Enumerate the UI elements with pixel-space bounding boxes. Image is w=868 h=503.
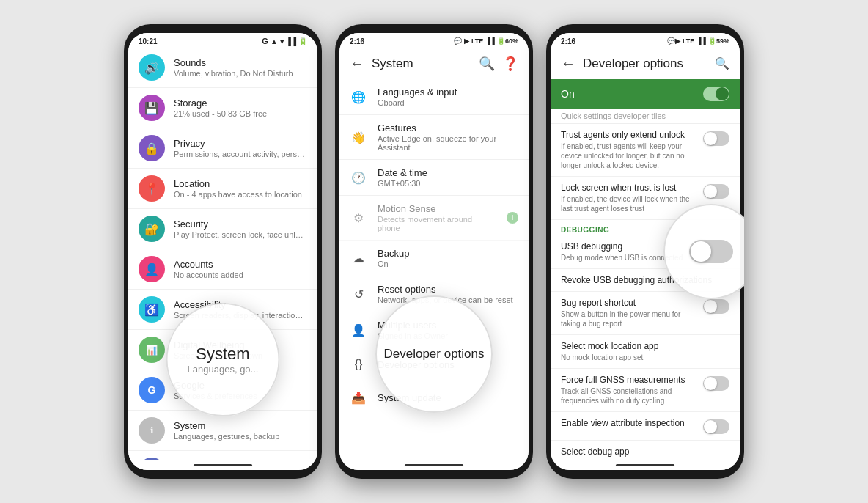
battery-icon: 🔋 — [298, 37, 307, 45]
list-item[interactable]: 🕐 Date & time GMT+05:30 — [339, 160, 529, 196]
usb-debugging-subtitle: Debug mode when USB is connected — [561, 253, 699, 262]
list-item[interactable]: Lock screen when trust is lost If enable… — [551, 177, 740, 220]
list-item[interactable]: 💾 Storage 21% used - 50.83 GB free — [128, 88, 317, 128]
home-bar-3 — [551, 460, 740, 470]
google-icon: G — [262, 37, 268, 45]
home-bar-line-3 — [616, 464, 674, 466]
home-bar-line — [194, 464, 252, 466]
time-3: 2:16 — [561, 37, 575, 45]
info-badge: i — [507, 212, 518, 224]
trust-agents-toggle[interactable] — [703, 131, 729, 146]
developer-options-item[interactable]: {} Developer options — [339, 348, 529, 381]
google-settings-icon: G — [139, 377, 165, 403]
list-item[interactable]: Force full GNSS measurements Track all G… — [551, 369, 740, 412]
list-item[interactable]: Revoke USB debugging authorizations — [551, 269, 740, 292]
developer-icon: {} — [350, 356, 367, 373]
list-item[interactable]: 🔐 Security Play Protect, screen lock, fa… — [128, 209, 317, 249]
lte-icon: LTE — [471, 37, 483, 45]
whatsapp-icon: 💬 — [454, 37, 462, 45]
icons-3: 💬▶ — [667, 37, 680, 45]
dev-on-label: On — [561, 88, 575, 100]
dev-on-toggle[interactable] — [703, 87, 729, 101]
home-bar-line-2 — [405, 464, 463, 466]
list-item[interactable]: 👤 Multiple users Signed in as Owner — [339, 312, 529, 348]
home-bar-2 — [339, 460, 529, 470]
list-item[interactable]: Select mock location app No mock locatio… — [551, 335, 740, 369]
dev-options-header: ← Developer options 🔍 — [551, 48, 740, 79]
dev-options-title: Developer options — [583, 56, 707, 71]
wifi-icon: ▾ — [280, 37, 284, 45]
battery-2: 🔋60% — [497, 37, 518, 45]
system-screen: 🌐 Languages & input Gboard 👋 Gestures Ac… — [339, 79, 529, 460]
accounts-title: Accounts — [174, 259, 307, 270]
time-1: 10:21 — [139, 37, 158, 45]
list-item[interactable]: 👋 Gestures Active Edge on, squeeze for y… — [339, 115, 529, 160]
list-item[interactable]: ↺ Reset options Network, apps, or device… — [339, 276, 529, 312]
help-button-2[interactable]: ❓ — [502, 56, 518, 72]
list-item[interactable]: ☁ Backup On — [339, 241, 529, 276]
list-item[interactable]: 🌐 Languages & input Gboard — [339, 79, 529, 115]
list-item[interactable]: 📊 Digital Wellbeing Screen time, Wind Do… — [128, 330, 317, 370]
list-item[interactable]: Enable view attribute inspection — [551, 412, 740, 441]
location-icon: 📍 — [139, 175, 165, 202]
users-icon: 👤 — [350, 321, 367, 339]
accessibility-icon: ♿ — [139, 296, 165, 323]
digital-wellbeing-icon: 📊 — [139, 337, 165, 363]
sounds-icon: 🔊 — [139, 54, 165, 81]
dev-on-bar: On — [551, 79, 740, 109]
signal-icon: ▐▐ — [286, 37, 296, 45]
list-item[interactable]: ℹ System Languages, gestures, backup — [128, 411, 317, 451]
signal-2-icon: ▐▐ — [485, 37, 495, 45]
home-bar-1 — [128, 460, 317, 470]
phone-3: 2:16 💬▶ LTE ▐▐ 🔋59% ← Developer options … — [546, 24, 744, 479]
accounts-icon: 👤 — [139, 256, 165, 282]
languages-icon: 🌐 — [350, 88, 367, 106]
youtube-icon: ▶ — [464, 37, 469, 45]
phone-2: 2:16 💬 ▶ LTE ▐▐ 🔋60% ← System 🔍 ❓ 🌐 Lang… — [335, 24, 533, 479]
list-item[interactable]: Quick settings developer tiles — [551, 109, 740, 124]
motion-icon: ⚙ — [350, 209, 367, 227]
list-item[interactable]: 📍 Location On - 4 apps have access to lo… — [128, 169, 317, 209]
system-screen-title: System — [372, 56, 471, 71]
settings-screen-1: 🔊 Sounds Volume, vibration, Do Not Distu… — [128, 48, 317, 460]
battery-3: 🔋59% — [708, 37, 729, 45]
gnss-toggle[interactable] — [703, 376, 729, 391]
update-icon: 📥 — [350, 389, 367, 406]
list-item[interactable]: ⚙ Motion Sense Detects movement around p… — [339, 196, 529, 241]
datetime-icon: 🕐 — [350, 169, 367, 186]
phone-1: 10:21 G ▲ ▾ ▐▐ 🔋 🔊 Sounds Volume, vibrat… — [124, 24, 322, 479]
back-button-2[interactable]: ← — [350, 55, 364, 72]
system-icon: ℹ — [139, 417, 165, 444]
search-button-3[interactable]: 🔍 — [715, 56, 729, 70]
list-item[interactable]: 🔊 Sounds Volume, vibration, Do Not Distu… — [128, 48, 317, 88]
list-item[interactable]: 📥 System update — [339, 381, 529, 414]
usb-debugging-item[interactable]: USB debugging Debug mode when USB is con… — [551, 235, 740, 269]
lock-screen-toggle[interactable] — [703, 184, 729, 199]
view-attr-toggle[interactable] — [703, 419, 729, 434]
list-item[interactable]: 🔒 Privacy Permissions, account activity,… — [128, 128, 317, 169]
security-icon: 🔐 — [139, 216, 165, 242]
status-bar-2: 2:16 💬 ▶ LTE ▐▐ 🔋60% — [339, 33, 529, 48]
debugging-section-label: DEBUGGING — [551, 220, 740, 235]
list-item[interactable]: 📱 About phone Pixel 4 XL — [128, 451, 317, 460]
back-button-3[interactable]: ← — [561, 55, 575, 72]
dev-options-screen: Quick settings developer tiles Trust age… — [551, 109, 740, 460]
accounts-subtitle: No accounts added — [174, 271, 307, 279]
accounts-item[interactable]: 👤 Accounts No accounts added — [128, 249, 317, 290]
lte-3: LTE — [683, 37, 694, 45]
toggle-knob — [716, 87, 729, 100]
list-item[interactable]: G Google Services & preferences — [128, 370, 317, 411]
notification-icon: ▲ — [271, 37, 278, 45]
list-item[interactable]: Bug report shortcut Show a button in the… — [551, 292, 740, 335]
signal-3: ▐▐ — [696, 37, 706, 45]
list-item[interactable]: Trust agents only extend unlock If enabl… — [551, 124, 740, 177]
list-item[interactable]: ♿ Accessibility Screen readers, display,… — [128, 290, 317, 330]
time-2: 2:16 — [350, 37, 364, 45]
backup-icon: ☁ — [350, 249, 367, 267]
list-item[interactable]: Select debug app — [551, 441, 740, 460]
bug-report-toggle[interactable] — [703, 299, 729, 314]
gestures-icon: 👋 — [350, 128, 367, 146]
developer-options-title: Developer options — [378, 359, 518, 370]
usb-debugging-title: USB debugging — [561, 241, 699, 252]
search-button-2[interactable]: 🔍 — [479, 56, 495, 72]
